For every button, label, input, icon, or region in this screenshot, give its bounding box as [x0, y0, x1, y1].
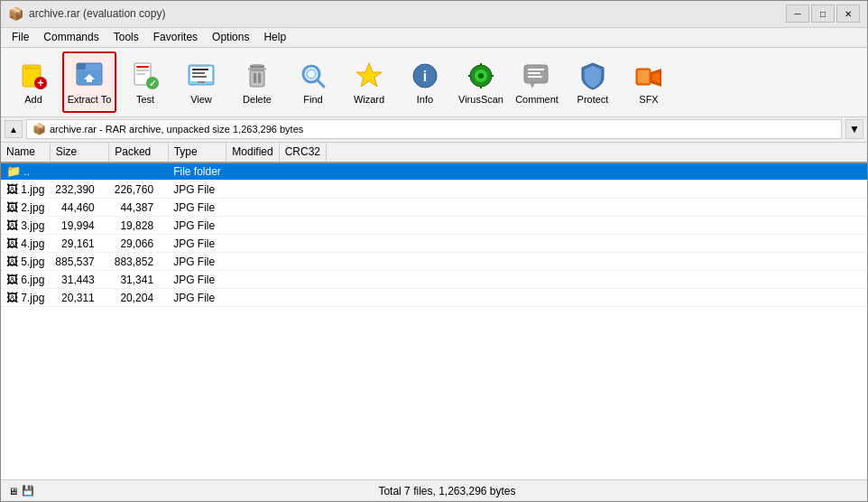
menu-options[interactable]: Options — [205, 29, 256, 45]
close-button[interactable]: ✕ — [836, 5, 860, 23]
file-crc-cell — [279, 253, 326, 271]
toolbar-comment-button[interactable]: Comment — [510, 51, 564, 113]
file-name-cell: 🖼 1.jpg — [1, 181, 50, 199]
menu-favorites[interactable]: Favorites — [146, 29, 205, 45]
comment-icon — [521, 60, 553, 92]
toolbar-wizard-button[interactable]: Wizard — [342, 51, 396, 113]
file-icon: 🖼 — [6, 255, 18, 268]
file-type-cell: File folder — [168, 163, 226, 181]
col-header-packed[interactable]: Packed — [109, 143, 168, 163]
svg-rect-19 — [192, 76, 207, 78]
menu-file[interactable]: File — [5, 29, 36, 45]
table-row[interactable]: 🖼 3.jpg19,99419,828JPG File — [1, 217, 867, 235]
file-crc-cell — [279, 289, 326, 307]
table-row[interactable]: 🖼 2.jpg44,46044,387JPG File — [1, 199, 867, 217]
file-type-cell: JPG File — [168, 181, 226, 199]
file-modified-cell — [226, 289, 279, 307]
row-spacer — [327, 289, 867, 307]
minimize-button[interactable]: ─ — [786, 5, 809, 23]
file-type-cell: JPG File — [168, 235, 226, 253]
col-header-type[interactable]: Type — [168, 143, 226, 163]
row-spacer — [327, 163, 867, 181]
svg-rect-1 — [24, 67, 39, 70]
file-size-cell: 29,161 — [50, 235, 108, 253]
row-spacer — [327, 253, 867, 271]
find-label: Find — [303, 94, 322, 105]
extract-label: Extract To — [68, 94, 112, 105]
menu-help[interactable]: Help — [256, 29, 293, 45]
file-packed-cell: 19,828 — [109, 217, 168, 235]
file-size-cell — [50, 163, 108, 181]
filelist-container[interactable]: Name Size Packed Type Modified CRC32 📁 .… — [1, 143, 867, 480]
svg-rect-12 — [136, 73, 145, 75]
col-header-crc32[interactable]: CRC32 — [279, 143, 326, 163]
file-icon: 🖼 — [6, 182, 18, 196]
file-icon: 🖼 — [6, 273, 18, 286]
toolbar-sfx-button[interactable]: SFX — [622, 51, 676, 113]
menu-commands[interactable]: Commands — [36, 29, 106, 45]
statusbar: 🖥 💾 Total 7 files, 1,263,296 bytes — [1, 479, 867, 501]
col-header-modified[interactable]: Modified — [226, 143, 279, 163]
archive-icon: 📦 — [32, 123, 46, 135]
col-header-name[interactable]: Name — [1, 143, 50, 163]
svg-text:✓: ✓ — [149, 79, 156, 88]
svg-marker-30 — [356, 63, 382, 87]
file-crc-cell — [279, 181, 326, 199]
file-modified-cell — [226, 163, 279, 181]
filelist: Name Size Packed Type Modified CRC32 📁 .… — [1, 143, 867, 308]
up-button[interactable]: ▲ — [5, 120, 23, 138]
wizard-icon — [353, 60, 385, 92]
address-path: 📦 archive.rar - RAR archive, unpacked si… — [26, 119, 842, 139]
statusbar-icon1: 🖥 — [8, 486, 18, 497]
file-icon: 🖼 — [6, 218, 18, 232]
file-crc-cell — [279, 235, 326, 253]
menu-tools[interactable]: Tools — [106, 29, 146, 45]
file-type-cell: JPG File — [168, 271, 226, 289]
toolbar-delete-button[interactable]: Delete — [230, 51, 284, 113]
col-header-size[interactable]: Size — [50, 143, 108, 163]
svg-rect-25 — [254, 73, 256, 83]
titlebar-left: 📦 archive.rar (evaluation copy) — [8, 6, 165, 21]
view-icon — [185, 60, 217, 92]
delete-label: Delete — [243, 94, 272, 105]
toolbar-virusscan-button[interactable]: VirusScan — [454, 51, 508, 113]
maximize-button[interactable]: □ — [811, 5, 835, 23]
info-label: Info — [417, 94, 433, 105]
info-icon: i — [409, 60, 441, 92]
toolbar: + Add Extract To — [1, 48, 867, 117]
table-row[interactable]: 🖼 6.jpg31,44331,341JPG File — [1, 271, 867, 289]
statusbar-icon2: 💾 — [22, 485, 34, 497]
file-crc-cell — [279, 217, 326, 235]
row-spacer — [327, 217, 867, 235]
file-crc-cell — [279, 163, 326, 181]
table-row[interactable]: 📁 ..File folder — [1, 163, 867, 181]
comment-label: Comment — [515, 94, 559, 105]
toolbar-find-button[interactable]: Find — [286, 51, 340, 113]
file-name-cell: 🖼 2.jpg — [1, 199, 50, 217]
add-icon: + — [17, 60, 50, 92]
table-row[interactable]: 🖼 1.jpg232,390226,760JPG File — [1, 181, 867, 199]
toolbar-protect-button[interactable]: Protect — [566, 51, 620, 113]
view-label: View — [190, 94, 212, 105]
app-icon: 📦 — [8, 6, 23, 21]
file-size-cell: 44,460 — [50, 199, 108, 217]
add-label: Add — [24, 94, 42, 105]
table-row[interactable]: 🖼 5.jpg885,537883,852JPG File — [1, 253, 867, 271]
expand-button[interactable]: ▼ — [845, 119, 863, 139]
toolbar-extract-button[interactable]: Extract To — [62, 51, 116, 113]
table-row[interactable]: 🖼 4.jpg29,16129,066JPG File — [1, 235, 867, 253]
toolbar-view-button[interactable]: View — [174, 51, 228, 113]
toolbar-test-button[interactable]: ✓ Test — [118, 51, 172, 113]
file-crc-cell — [279, 271, 326, 289]
file-name-cell: 🖼 6.jpg — [1, 271, 50, 289]
svg-rect-43 — [528, 72, 540, 74]
toolbar-add-button[interactable]: + Add — [6, 51, 60, 113]
svg-text:i: i — [423, 69, 427, 84]
svg-point-28 — [307, 70, 316, 79]
toolbar-info-button[interactable]: i Info — [398, 51, 452, 113]
svg-marker-41 — [530, 83, 535, 88]
table-row[interactable]: 🖼 7.jpg20,31120,204JPG File — [1, 289, 867, 307]
row-spacer — [327, 199, 867, 217]
row-spacer — [327, 181, 867, 199]
svg-rect-18 — [192, 72, 205, 74]
